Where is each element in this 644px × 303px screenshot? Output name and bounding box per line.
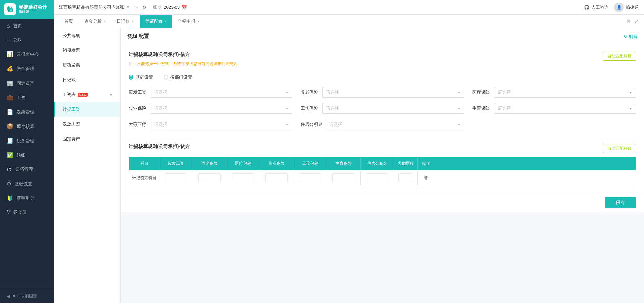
th-shiye: 失业保险 [260,157,293,170]
refresh-button[interactable]: ↻ 刷新 [624,34,637,40]
tab-journal-close[interactable]: × [132,19,134,23]
page-title: 凭证配置 [127,33,149,40]
input-yiliao[interactable] [232,173,254,182]
tab-voucher-label: 凭证配置 [145,18,163,24]
td-shengyu[interactable] [327,170,361,186]
nav-journal[interactable]: 日记账 [54,72,120,87]
select-dae[interactable]: 请选择 ▼ [151,119,292,130]
th-yanglao: 养老保险 [193,157,226,170]
td-yiliao[interactable] [226,170,260,186]
tab-tax[interactable]: 个税申报 × [172,15,205,28]
select-yanglao[interactable]: 请选择 ▼ [322,87,464,98]
td-dae[interactable] [394,170,418,186]
user-menu[interactable]: 👤 畅捷通 [614,3,639,12]
support-button[interactable]: 🎧 人工咨询 [584,4,609,10]
tab-tax-close[interactable]: × [197,19,199,23]
input-dae[interactable] [398,173,413,182]
nav-salary-table[interactable]: 工资表 NEW ∨ [54,87,120,102]
td-subject-label: 计提贷方科目 [129,170,159,186]
select-yingfa[interactable]: 请选择 ▼ [151,87,292,98]
tab-voucher[interactable]: 凭证配置 × [140,15,172,28]
select-shengyu[interactable]: 请选择 ▼ [494,103,636,114]
section-credit: 计提核算规则(公司承担)-贷方 自动匹配科目 科目 应发工资 养老保险 医疗保险… [121,138,644,193]
tab-journal[interactable]: 日记账 × [111,15,140,28]
page-header: 凭证配置 ↻ 刷新 [121,28,644,45]
period-value[interactable]: 2023-03 [164,5,180,10]
guide-icon: 🔰 [7,195,13,201]
label-shengyu: 生育保险 [472,105,491,111]
form-item-yiliao: 医疗保险 请选择 ▼ [472,87,636,98]
expand-arrow: ∨ [110,93,112,97]
sidebar-item-reports[interactable]: 📊 云报表中心 [0,47,54,61]
radio-dept[interactable]: 按部门设置 [164,74,192,80]
select-zhufang[interactable]: 请选择 ▼ [326,119,464,130]
sidebar-item-member[interactable]: V 畅会员 [0,205,54,219]
td-yanglao[interactable] [193,170,226,186]
sidebar-item-tax[interactable]: 🧾 税务管理 [0,134,54,148]
calendar-icon[interactable]: 📅 [182,5,187,10]
avatar: 👤 [614,3,624,12]
sidebar-item-assets[interactable]: 🏢 固定资产 [0,76,54,90]
input-gongshang[interactable] [299,173,321,182]
sidebar-item-archive[interactable]: 🗂 归档管理 [0,162,54,176]
nav-fixed-assets[interactable]: 固定资产 [54,132,120,146]
input-shengyu[interactable] [332,173,355,182]
td-zhufang[interactable] [361,170,394,186]
input-zhufang[interactable] [366,173,388,182]
credit-table: 科目 应发工资 养老保险 医疗保险 失业保险 工伤保险 生育保险 住房公积金 大… [129,157,636,186]
label-yiliao: 医疗保险 [472,89,491,95]
nav-purchase[interactable]: 进项发票 [54,58,120,72]
nav-sales[interactable]: 销项发票 [54,43,120,58]
tab-capital[interactable]: 资金分析 × [79,15,111,28]
save-button[interactable]: 保存 [605,197,636,208]
close-window-button[interactable]: ✕ [626,18,631,24]
sidebar-item-invoice[interactable]: 📄 发票管理 [0,105,54,119]
form-item-zhufang: 住房公积金 请选择 ▼ [301,119,464,130]
auto-match-credit-button[interactable]: 自动匹配科目 [603,144,636,153]
company-name: 江西服宝精品有限责任公司内账张 [59,4,124,10]
company-selector[interactable]: 江西服宝精品有限责任公司内账张 ▼ [59,4,130,10]
sidebar-item-salary[interactable]: 💼 工资 [0,90,54,105]
save-bar: 保存 [121,193,644,212]
sidebar-item-guide[interactable]: 🔰 新手引导 [0,191,54,205]
label-yingfa: 应发工资 [129,89,147,95]
add-account-button[interactable]: + [135,4,138,10]
td-gongshang[interactable] [293,170,327,186]
sidebar-item-basic[interactable]: ⚙ 基础设置 [0,176,54,191]
delete-row-button[interactable]: 🗑 [424,175,428,181]
sidebar-item-inventory[interactable]: 📦 库存核算 [0,119,54,134]
nav-distribute[interactable]: 发放工资 [54,117,120,132]
sidebar-item-settle[interactable]: ✅ 结账 [0,148,54,162]
input-yanglao[interactable] [198,173,220,182]
section2-title: 计提核算规则(公司承担)-贷方 [129,144,190,150]
sidebar-item-home[interactable]: ⌂ 首页 [0,19,54,33]
sidebar-item-label: 基础设置 [15,181,32,187]
nav-salary-table-label: 工资表 [63,92,76,98]
tab-home[interactable]: 首页 [59,15,79,28]
input-shiye[interactable] [265,173,287,182]
td-shiye[interactable] [260,170,293,186]
sidebar-item-ledger[interactable]: ≡ 总账 [0,33,54,47]
td-yingfa[interactable] [159,170,193,186]
tab-voucher-close[interactable]: × [165,19,167,23]
input-yingfa[interactable] [165,173,187,182]
sidebar-nav: ⌂ 首页 ≡ 总账 📊 云报表中心 💰 资金管理 🏢 固定资产 💼 工资 📄 发… [0,19,54,289]
nav-payroll[interactable]: 计提工资 [54,102,120,117]
select-shiye[interactable]: 请选择 ▼ [151,103,292,114]
sidebar-footer-collapse[interactable]: ◀ ◀◁ 取消固定 [0,289,54,303]
nav-public[interactable]: 公共选项 [54,28,120,43]
sidebar-item-label: 结账 [17,152,25,158]
auto-match-debit-button[interactable]: 自动匹配科目 [603,52,636,61]
select-gongshang[interactable]: 请选择 ▼ [322,103,464,114]
radio-basic[interactable]: 基础设置 [129,74,153,80]
settings-button[interactable]: ⚙ [142,5,146,10]
company-dropdown-arrow: ▼ [126,5,130,9]
select-yiliao[interactable]: 请选择 ▼ [494,87,636,98]
th-zhufang: 住房公积金 [361,157,394,170]
sidebar-item-capital[interactable]: 💰 资金管理 [0,61,54,76]
td-delete[interactable]: 🗑 [418,170,434,186]
expand-button[interactable]: ⤢ [635,19,639,24]
invoice-icon: 📄 [7,109,13,115]
topbar: 江西服宝精品有限责任公司内账张 ▼ + ⚙ 账期 2023-03 📅 🎧 人工咨… [54,0,644,15]
tab-capital-close[interactable]: × [104,19,106,23]
